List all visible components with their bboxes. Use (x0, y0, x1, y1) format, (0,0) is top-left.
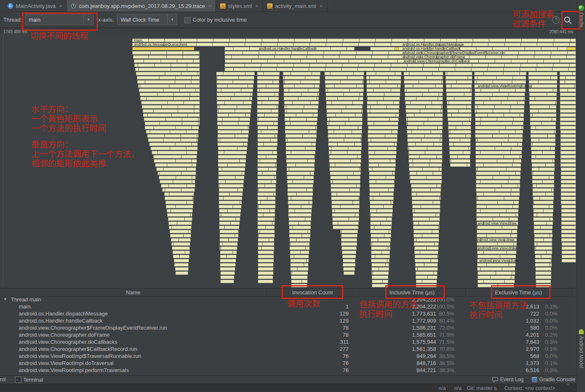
flame-bar[interactable] (258, 251, 274, 254)
flame-bar[interactable] (561, 176, 576, 179)
flame-bar[interactable] (327, 122, 362, 125)
flame-bar[interactable] (476, 217, 518, 221)
flame-bar[interactable] (289, 234, 310, 237)
flame-bar[interactable] (258, 159, 277, 163)
flame-bar[interactable] (450, 155, 471, 158)
flame-bar[interactable] (404, 76, 443, 79)
flame-bar[interactable] (218, 184, 243, 187)
flame-bar[interactable] (285, 118, 317, 121)
flame-bar[interactable] (286, 151, 315, 154)
flame-bar[interactable] (217, 118, 250, 121)
terminal-button[interactable]: >_ Terminal (15, 377, 43, 383)
flame-bar[interactable] (532, 176, 554, 179)
flame-bar[interactable] (159, 176, 196, 179)
flame-bar[interactable] (476, 188, 520, 192)
flame-bar[interactable] (329, 151, 361, 154)
flame-bar[interactable] (174, 263, 188, 266)
flame-bar[interactable] (411, 184, 441, 187)
flame-bar[interactable] (221, 276, 234, 279)
flame-bar[interactable] (407, 122, 443, 125)
flame-bar[interactable] (289, 230, 310, 233)
flame-bar[interactable] (560, 93, 576, 96)
flame-bar[interactable] (562, 247, 576, 250)
flame-bar[interactable] (341, 238, 357, 242)
flame-bar[interactable] (258, 247, 274, 250)
flame-bar[interactable] (367, 122, 398, 125)
flame-bar[interactable] (530, 113, 556, 117)
flame-bar[interactable] (409, 168, 442, 171)
flame-bar[interactable] (286, 159, 315, 163)
flame-bar[interactable] (561, 184, 576, 187)
flame-bar[interactable] (561, 222, 576, 225)
flame-bar[interactable] (369, 192, 394, 196)
flame-bar[interactable] (257, 101, 278, 104)
flame-bar[interactable] (531, 151, 555, 154)
flame-bar[interactable] (218, 155, 246, 158)
flame-bar[interactable] (288, 197, 312, 200)
flame-bar[interactable] (530, 134, 555, 138)
flame-bar[interactable] (258, 280, 273, 283)
flame-bar[interactable] (288, 188, 313, 192)
flame-bar[interactable] (218, 130, 249, 133)
flame-bar[interactable] (284, 97, 319, 100)
flame-bar[interactable] (151, 147, 198, 150)
flame-bar[interactable] (404, 89, 443, 92)
flame-bar[interactable] (447, 109, 471, 113)
flame-bar[interactable] (220, 230, 239, 233)
flame-bar[interactable] (371, 255, 389, 258)
flame-bar[interactable] (404, 80, 443, 84)
flame-bar[interactable] (218, 163, 245, 167)
flame-bar[interactable] (258, 234, 275, 237)
flame-bar[interactable] (535, 263, 551, 266)
flame-bar[interactable] (219, 192, 243, 196)
flame-bar[interactable] (477, 226, 518, 229)
flame-bar[interactable] (406, 118, 442, 121)
flame-bar[interactable] (258, 267, 273, 271)
flame-bar[interactable] (372, 276, 388, 279)
flame-bar[interactable] (370, 47, 576, 50)
flame-bar[interactable] (160, 180, 195, 183)
flame-bar[interactable] (287, 168, 315, 171)
flame-bar[interactable] (560, 101, 576, 104)
event-log-button[interactable]: Event Log (492, 377, 523, 382)
flame-bar[interactable] (283, 72, 320, 75)
flame-bar[interactable] (216, 80, 254, 84)
flame-bar[interactable] (528, 76, 557, 79)
flame-bar[interactable] (257, 109, 278, 113)
flame-bar[interactable] (449, 134, 471, 138)
flame-bar[interactable] (412, 201, 440, 204)
flame-bar[interactable] (561, 172, 576, 175)
flame-bar[interactable] (258, 259, 274, 262)
flame-bar[interactable] (220, 259, 236, 262)
flame-bar[interactable] (368, 147, 397, 150)
flame-bar[interactable] (258, 192, 276, 196)
flame-bar[interactable] (326, 97, 363, 100)
flame-bar[interactable] (535, 276, 551, 279)
context-widget[interactable]: Context: <no context> (504, 385, 555, 391)
flame-bar[interactable] (330, 172, 361, 175)
flame-bar[interactable] (290, 251, 309, 254)
flame-bar[interactable] (533, 188, 554, 192)
flame-bar[interactable] (529, 84, 557, 88)
flame-bar[interactable] (372, 271, 389, 275)
flame-bar[interactable] (258, 130, 278, 133)
flame-bar[interactable] (368, 134, 397, 138)
flame-bar[interactable] (326, 105, 363, 108)
flame-bar[interactable] (258, 134, 278, 138)
flame-bar[interactable] (368, 126, 398, 129)
flame-bar[interactable] (143, 113, 200, 117)
flame-bar[interactable] (476, 168, 521, 171)
flame-bar[interactable] (535, 251, 552, 254)
flame-bar[interactable] (561, 230, 576, 233)
flame-bar[interactable] (257, 72, 280, 75)
flame-bar[interactable] (342, 251, 356, 254)
flame-bar[interactable] (145, 126, 199, 129)
flame-bar[interactable] (289, 222, 311, 225)
gradle-console-button[interactable]: Gradle Console (532, 377, 575, 382)
flame-bar[interactable] (258, 222, 275, 225)
flame-bar[interactable] (225, 64, 576, 67)
flame-bar[interactable] (404, 84, 443, 88)
help-icon[interactable]: ? (552, 16, 560, 24)
flame-bar[interactable] (531, 143, 555, 146)
flame-bar[interactable] (220, 234, 238, 237)
